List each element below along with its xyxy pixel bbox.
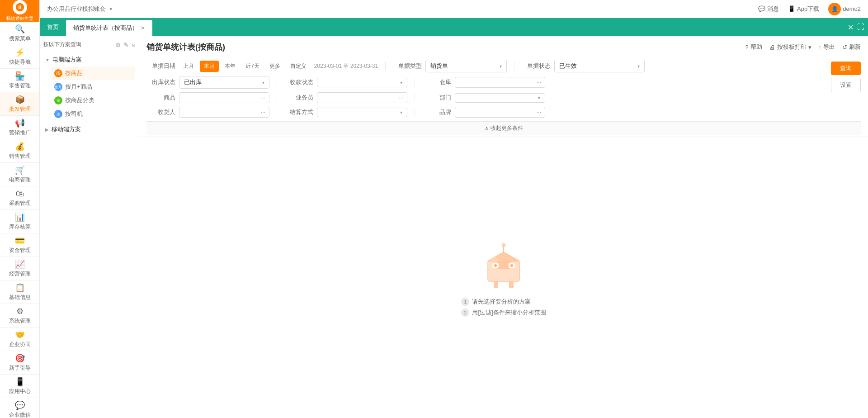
filter-row-2: 出库状态 已出库 ▾ 收款状态 ▾ bbox=[146, 76, 826, 89]
collapse-panel-icon[interactable]: « bbox=[132, 41, 135, 48]
newbie-icon: 🎯 bbox=[15, 353, 25, 363]
top-header: 办公用品行业模拟账套 ▾ 💬 消息 📱 App下载 👤 demo2 bbox=[40, 0, 868, 18]
tab-home[interactable]: 首页 bbox=[40, 18, 66, 36]
sidebar-item-search[interactable]: 🔍 搜索菜单 bbox=[0, 22, 39, 45]
scheme-item-by-cashier[interactable]: 按 按司机 bbox=[51, 107, 135, 121]
brand-dots[interactable]: ··· bbox=[537, 109, 541, 115]
scheme-group-header-mobile[interactable]: ▶ 移动端方案 bbox=[43, 123, 135, 136]
refresh-btn[interactable]: ↺ 刷新 bbox=[842, 43, 861, 51]
tab-bar-expand-icon[interactable]: ⛶ bbox=[857, 23, 864, 31]
product-dots[interactable]: ··· bbox=[261, 95, 265, 101]
tab-bar-close-icon[interactable]: ✕ bbox=[848, 23, 854, 32]
salesman-dots[interactable]: ··· bbox=[399, 95, 403, 101]
salesman-label: 业务员 bbox=[284, 94, 313, 102]
add-scheme-icon[interactable]: ⊕ bbox=[115, 41, 121, 48]
scheme-icon-by-product: 按 bbox=[54, 69, 62, 77]
brand-label: 品牌 bbox=[422, 108, 451, 116]
sidebar-item-quick-nav[interactable]: ⚡ 快捷导航 bbox=[0, 45, 39, 69]
sidebar-item-weixin[interactable]: 💬 企业微信 bbox=[0, 398, 39, 418]
settings-button[interactable]: 设置 bbox=[831, 78, 861, 92]
date-btn-7days[interactable]: 近7天 bbox=[241, 61, 264, 72]
sidebar: 畅捷通好生意 🔍 搜索菜单 ⚡ 快捷导航 🏪 零售管理 📦 批发管理 📢 营销推… bbox=[0, 0, 40, 418]
scheme-item-by-month-product[interactable]: 按月 按月+商品 bbox=[51, 80, 135, 94]
help-label: 帮助 bbox=[750, 43, 762, 51]
sidebar-label-operations: 经营管理 bbox=[9, 270, 31, 278]
empty-tip-1: 1 请先选择要分析的方案 bbox=[461, 298, 546, 306]
warehouse-input[interactable]: ··· bbox=[455, 77, 545, 88]
svg-rect-3 bbox=[497, 261, 510, 269]
sidebar-item-operations[interactable]: 📈 经营管理 bbox=[0, 257, 39, 280]
date-btn-this-month[interactable]: 本月 bbox=[200, 61, 219, 72]
scheme-label-by-month-product: 按月+商品 bbox=[65, 83, 92, 91]
refresh-label: 刷新 bbox=[849, 43, 861, 51]
user-menu[interactable]: 👤 demo2 bbox=[828, 3, 861, 15]
help-icon: ? bbox=[745, 44, 748, 51]
tab-sales-stat[interactable]: 销货单统计表（按商品） ✕ bbox=[66, 20, 152, 36]
sidebar-item-purchase[interactable]: 🛍 采购管理 bbox=[0, 186, 39, 210]
receiver-input[interactable]: ··· bbox=[179, 107, 269, 118]
brand-input[interactable]: ··· bbox=[455, 107, 545, 118]
print-icon: 🖨 bbox=[769, 44, 775, 51]
settlement-dropdown[interactable]: ▾ bbox=[317, 108, 407, 117]
date-btn-prev-month[interactable]: 上月 bbox=[179, 61, 198, 72]
industry-dropdown-icon[interactable]: ▾ bbox=[109, 5, 113, 12]
date-btn-more[interactable]: 更多 bbox=[265, 61, 284, 72]
product-input[interactable]: ··· bbox=[179, 92, 269, 103]
date-btn-custom[interactable]: 自定义 bbox=[286, 61, 311, 72]
sidebar-item-newbie[interactable]: 🎯 新手引导 bbox=[0, 351, 39, 375]
sidebar-item-basic[interactable]: 📋 基础信息 bbox=[0, 280, 39, 304]
sidebar-item-enterprise[interactable]: 🤝 企业协同 bbox=[0, 328, 39, 351]
export-btn[interactable]: ↑ 导出 bbox=[819, 43, 835, 51]
sidebar-item-inventory[interactable]: 📊 库存核算 bbox=[0, 210, 39, 233]
scheme-icon-by-month-product: 按月 bbox=[54, 83, 62, 91]
sidebar-label-basic: 基础信息 bbox=[9, 294, 31, 301]
sidebar-label-search: 搜索菜单 bbox=[9, 35, 31, 43]
sidebar-item-wholesale[interactable]: 📦 批发管理 bbox=[0, 92, 39, 116]
sidebar-item-apps[interactable]: 📱 应用中心 bbox=[0, 375, 39, 398]
sidebar-item-sales[interactable]: 💰 销售管理 bbox=[0, 139, 39, 163]
scheme-group-header-pc[interactable]: ▼ 电脑端方案 bbox=[43, 53, 135, 66]
edit-scheme-icon[interactable]: ✎ bbox=[123, 41, 129, 48]
tab-close-icon[interactable]: ✕ bbox=[141, 25, 145, 31]
scheme-icon-by-category: 按 bbox=[54, 96, 62, 104]
message-btn[interactable]: 💬 消息 bbox=[758, 5, 779, 13]
query-button[interactable]: 查询 bbox=[831, 62, 861, 75]
warehouse-dots[interactable]: ··· bbox=[537, 79, 541, 86]
tip-num-2: 2 bbox=[461, 309, 469, 317]
basic-icon: 📋 bbox=[15, 283, 25, 293]
sidebar-label-newbie: 新手引导 bbox=[9, 364, 31, 372]
enterprise-icon: 🤝 bbox=[15, 330, 25, 340]
scheme-label-by-product: 按商品 bbox=[65, 69, 83, 77]
ecommerce-icon: 🛒 bbox=[15, 165, 25, 175]
receiver-label: 收货人 bbox=[146, 108, 175, 116]
sidebar-item-ecommerce[interactable]: 🛒 电商管理 bbox=[0, 163, 39, 186]
doc-type-dropdown[interactable]: 销货单 ▾ bbox=[425, 60, 507, 72]
scheme-item-by-product[interactable]: 按 按商品 bbox=[51, 66, 135, 80]
sidebar-item-retail[interactable]: 🏪 零售管理 bbox=[0, 69, 39, 92]
collapse-arrow: ∧ bbox=[485, 125, 489, 132]
sidebar-item-marketing[interactable]: 📢 营销推广 bbox=[0, 116, 39, 139]
finance-icon: 💳 bbox=[15, 236, 25, 246]
sidebar-label-quick-nav: 快捷导航 bbox=[9, 58, 31, 66]
collapse-row[interactable]: ∧ 收起更多条件 bbox=[146, 121, 861, 135]
sidebar-item-finance[interactable]: 💳 资金管理 bbox=[0, 233, 39, 257]
pay-status-dropdown[interactable]: ▾ bbox=[317, 78, 407, 87]
apps-icon: 📱 bbox=[15, 377, 25, 387]
out-status-dropdown[interactable]: 已出库 ▾ bbox=[179, 76, 269, 89]
salesman-input[interactable]: ··· bbox=[317, 92, 407, 103]
print-btn[interactable]: 🖨 按模板打印 ▾ bbox=[769, 43, 811, 51]
receiver-dots[interactable]: ··· bbox=[261, 109, 265, 115]
dept-dropdown[interactable]: ▾ bbox=[455, 93, 545, 103]
sidebar-label-system: 系统管理 bbox=[9, 317, 31, 325]
filter-area: 单据日期 上月 本月 本年 近7天 更多 自定义 2023-03-01 至 20… bbox=[139, 56, 868, 137]
header-right: 💬 消息 📱 App下载 👤 demo2 bbox=[758, 3, 861, 15]
group-label-pc: 电脑端方案 bbox=[52, 56, 82, 64]
app-download-btn[interactable]: 📱 App下载 bbox=[788, 5, 819, 13]
empty-tip-2: 2 用[过滤]条件来缩小分析范围 bbox=[461, 309, 546, 317]
sidebar-item-system[interactable]: ⚙ 系统管理 bbox=[0, 304, 39, 328]
doc-status-dropdown[interactable]: 已生效 ▾ bbox=[554, 60, 645, 72]
help-btn[interactable]: ? 帮助 bbox=[745, 43, 762, 51]
tab-home-label: 首页 bbox=[47, 23, 59, 31]
date-btn-this-year[interactable]: 本年 bbox=[221, 61, 240, 72]
scheme-item-by-category[interactable]: 按 按商品分类 bbox=[51, 94, 135, 107]
